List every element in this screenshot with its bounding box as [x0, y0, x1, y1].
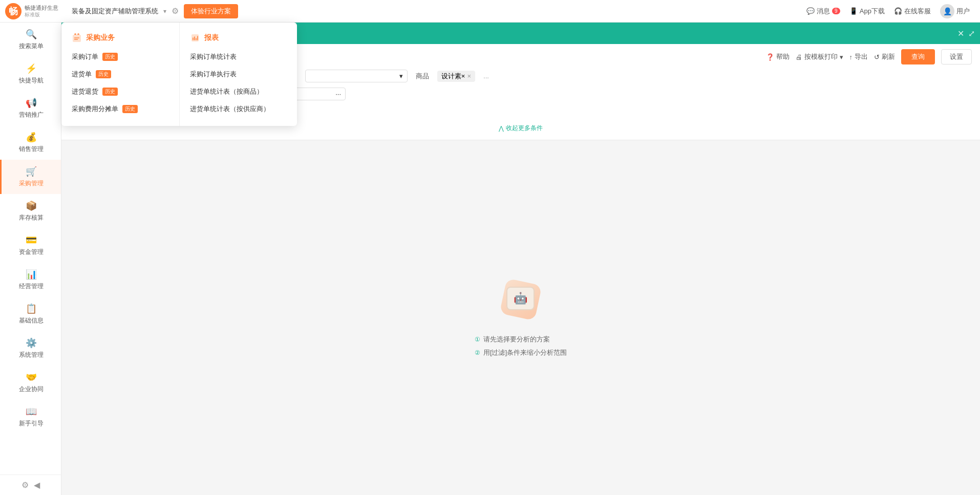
phone-icon: 📱 — [849, 7, 858, 15]
header-right: 💬 消息 9 📱 App下载 🎧 在线客服 👤 用户 — [806, 4, 975, 18]
print-button[interactable]: 🖨 按模板打印 ▾ — [796, 52, 843, 61]
sidebar-item-sales[interactable]: 💰 销售管理 — [0, 125, 61, 160]
print-icon: 🖨 — [796, 53, 802, 61]
message-badge: 9 — [832, 8, 840, 14]
system-icon: ⚙️ — [26, 337, 37, 349]
gear-icon[interactable]: ⚙ — [172, 6, 179, 16]
report-section-icon — [190, 33, 200, 43]
sidebar-item-marketing[interactable]: 📢 营销推广 — [0, 91, 61, 125]
salesperson-dots: ··· — [335, 90, 341, 98]
history-badge-incoming: 历史 — [96, 70, 111, 78]
user-avatar: 👤 — [940, 4, 954, 18]
history-badge-purchase-order: 历史 — [102, 53, 118, 61]
export-button[interactable]: ↑ 导出 — [849, 52, 868, 61]
purchase-section-title: 采购业务 — [61, 31, 179, 48]
sidebar-bottom: ⚙ ◀ — [0, 475, 61, 495]
online-service-button[interactable]: 🎧 在线客服 — [894, 7, 931, 16]
goods-more-dots[interactable]: ... — [483, 72, 489, 80]
industry-button[interactable]: 体验行业方案 — [184, 4, 238, 18]
export-icon: ↑ — [849, 53, 853, 61]
print-arrow-icon: ▾ — [840, 53, 843, 61]
basicinfo-icon: 📋 — [26, 303, 37, 314]
history-badge-return: 历史 — [102, 88, 118, 96]
dropdown-menu: 采购业务 采购订单 历史 进货单 历史 进货退货 历史 采购费用分摊单 历史 — [61, 23, 297, 126]
settings-button[interactable]: 设置 — [941, 49, 972, 64]
goods-tag-close-icon[interactable]: × — [467, 72, 471, 80]
dropdown-arrow-icon[interactable]: ▾ — [163, 8, 166, 15]
dropdown-item-purchase-order[interactable]: 采购订单 历史 — [61, 48, 179, 66]
tab-close-window-icon[interactable]: ✕ — [957, 29, 964, 38]
report-column: 报表 采购订单统计表 采购订单执行表 进货单统计表（按商品） 进货单统计表（按供… — [180, 23, 297, 126]
sidebar-settings-button[interactable]: ⚙ — [22, 480, 29, 490]
purchase-section-icon — [72, 33, 82, 43]
sidebar-item-management[interactable]: 📊 经营管理 — [0, 263, 61, 297]
message-button[interactable]: 💬 消息 9 — [806, 7, 840, 16]
dropdown-item-incoming-stats-goods[interactable]: 进货单统计表（按商品） — [180, 83, 297, 100]
dropdown-item-incoming[interactable]: 进货单 历史 — [61, 66, 179, 83]
user-menu[interactable]: 👤 用户 — [940, 4, 970, 18]
query-button[interactable]: 查询 — [901, 49, 935, 64]
sidebar-item-purchase[interactable]: 🛒 采购管理 — [0, 160, 61, 194]
headset-icon: 🎧 — [894, 7, 902, 15]
tab-expand-icon[interactable]: ⤢ — [968, 29, 975, 38]
marketing-icon: 📢 — [26, 97, 37, 109]
empty-illustration: 🤖 — [490, 276, 551, 328]
empty-hint-2: ② 用[过滤]条件来缩小分析范围 — [475, 346, 567, 359]
logo-text: 畅捷通好生意 标准版 — [25, 4, 58, 18]
sidebar-item-basicinfo[interactable]: 📋 基础信息 — [0, 297, 61, 331]
goods-label: 商品 — [416, 72, 429, 81]
search-icon: 🔍 — [26, 29, 37, 40]
message-icon: 💬 — [806, 7, 815, 15]
single-status-select[interactable]: ▾ — [305, 70, 408, 82]
dropdown-item-purchase-order-stats[interactable]: 采购订单统计表 — [180, 48, 297, 66]
sidebar-item-guide[interactable]: 📖 新手引导 — [0, 400, 61, 434]
sidebar-item-finance[interactable]: 💳 资金管理 — [0, 228, 61, 263]
empty-hints: ① 请先选择要分析的方案 ② 用[过滤]条件来缩小分析范围 — [475, 333, 567, 359]
report-section-title: 报表 — [180, 31, 297, 48]
empty-hint-1: ① 请先选择要分析的方案 — [475, 333, 567, 346]
purchase-icon: 🛒 — [26, 166, 37, 177]
purchase-business-column: 采购业务 采购订单 历史 进货单 历史 进货退货 历史 采购费用分摊单 历史 — [61, 23, 180, 126]
tab-bar-right: ✕ ⤢ — [957, 23, 980, 44]
select-arrow-icon: ▾ — [399, 72, 403, 80]
history-badge-expense: 历史 — [122, 105, 138, 113]
collab-icon: 🤝 — [26, 372, 37, 383]
refresh-button[interactable]: ↺ 刷新 — [874, 52, 895, 61]
top-header: 畅 畅捷通好生意 标准版 装备及固定资产辅助管理系统 ▾ ⚙ 体验行业方案 💬 … — [0, 0, 980, 23]
dropdown-item-purchase-order-exec[interactable]: 采购订单执行表 — [180, 66, 297, 83]
collapse-button[interactable]: ⋀ 收起更多条件 — [499, 124, 543, 133]
collapse-up-icon: ⋀ — [499, 125, 504, 132]
goods-tag: 设计素× × — [437, 71, 475, 82]
inventory-icon: 📦 — [26, 200, 37, 211]
sidebar-collapse-button[interactable]: ◀ — [34, 480, 40, 490]
app-download-button[interactable]: 📱 App下载 — [849, 7, 885, 16]
management-icon: 📊 — [26, 269, 37, 280]
dropdown-item-expense[interactable]: 采购费用分摊单 历史 — [61, 100, 179, 118]
sidebar: 🔍 搜索菜单 ⚡ 快捷导航 📢 营销推广 💰 销售管理 🛒 采购管理 📦 库存核… — [0, 23, 61, 495]
sidebar-item-collab[interactable]: 🤝 企业协同 — [0, 365, 61, 400]
quicknav-icon: ⚡ — [26, 63, 37, 74]
dropdown-overlay: 采购业务 采购订单 历史 进货单 历史 进货退货 历史 采购费用分摊单 历史 — [61, 23, 297, 126]
sidebar-item-quicknav[interactable]: ⚡ 快捷导航 — [0, 57, 61, 91]
sales-icon: 💰 — [26, 132, 37, 143]
sidebar-item-search[interactable]: 🔍 搜索菜单 — [0, 23, 61, 57]
empty-state: 🤖 ① 请先选择要分析的方案 ② 用[过滤]条件来缩小分析范围 — [61, 140, 980, 495]
dropdown-item-return[interactable]: 进货退货 历史 — [61, 83, 179, 100]
help-button[interactable]: ❓ 帮助 — [766, 52, 790, 61]
sidebar-item-inventory[interactable]: 📦 库存核算 — [0, 194, 61, 228]
help-icon: ❓ — [766, 53, 774, 61]
header-center: 装备及固定资产辅助管理系统 ▾ ⚙ 体验行业方案 — [67, 4, 806, 18]
logo-icon: 畅 — [5, 3, 22, 19]
sidebar-item-system[interactable]: ⚙️ 系统管理 — [0, 331, 61, 365]
logo-area: 畅 畅捷通好生意 标准版 — [5, 3, 67, 19]
guide-icon: 📖 — [26, 406, 37, 417]
refresh-icon: ↺ — [874, 53, 880, 61]
system-name: 装备及固定资产辅助管理系统 — [72, 7, 158, 16]
dropdown-item-incoming-stats-supplier[interactable]: 进货单统计表（按供应商） — [180, 100, 297, 118]
finance-icon: 💳 — [26, 234, 37, 246]
svg-rect-0 — [73, 35, 81, 42]
